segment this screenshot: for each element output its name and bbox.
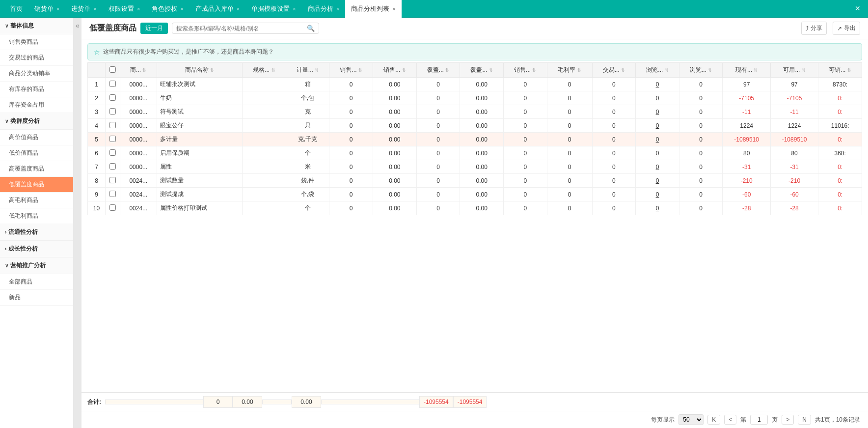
- th-saleable[interactable]: 可销... ⇅: [818, 63, 862, 78]
- cell-browse1[interactable]: 0: [636, 105, 679, 119]
- cell-check[interactable]: [106, 146, 120, 160]
- close-icon[interactable]: ×: [180, 6, 183, 12]
- row-checkbox[interactable]: [109, 136, 116, 142]
- tab-sales-order[interactable]: 销货单 ×: [28, 0, 65, 18]
- close-icon[interactable]: ×: [137, 6, 140, 12]
- cell-browse1[interactable]: 0: [636, 160, 679, 174]
- sidebar-item-high-coverage[interactable]: 高覆盖度商品: [0, 161, 73, 177]
- th-browse2[interactable]: 浏览... ⇅: [679, 63, 723, 78]
- sidebar-item-all-goods[interactable]: 全部商品: [0, 274, 73, 290]
- sidebar-item-high-margin[interactable]: 高毛利商品: [0, 193, 73, 208]
- search-input[interactable]: [176, 25, 307, 32]
- cell-check[interactable]: [106, 188, 120, 201]
- share-button[interactable]: ⤴ 分享: [801, 22, 827, 35]
- cell-check[interactable]: [106, 78, 120, 91]
- th-spec[interactable]: 规格... ⇅: [243, 63, 286, 78]
- cell-code: 0024...: [120, 174, 157, 188]
- th-browse1[interactable]: 浏览... ⇅: [636, 63, 679, 78]
- th-checkbox[interactable]: [106, 63, 120, 78]
- select-all-checkbox[interactable]: [109, 66, 116, 73]
- close-all-tabs-button[interactable]: ×: [851, 3, 864, 14]
- sidebar-item-category-sales-rate[interactable]: 商品分类动销率: [0, 66, 73, 82]
- sidebar-section-marketing[interactable]: ∨ 营销推广分析: [0, 257, 73, 274]
- cell-check[interactable]: [106, 105, 120, 119]
- close-icon[interactable]: ×: [237, 6, 240, 12]
- cell-browse1[interactable]: 0: [636, 146, 679, 160]
- next-page-button[interactable]: >: [782, 415, 794, 425]
- first-page-button[interactable]: K: [707, 415, 720, 425]
- tab-product-analysis-list[interactable]: 商品分析列表 ×: [345, 0, 401, 18]
- th-sku-code[interactable]: 商... ⇅: [120, 63, 157, 78]
- cell-browse1[interactable]: 0: [636, 119, 679, 133]
- row-checkbox[interactable]: [109, 94, 116, 101]
- sidebar-item-inventory-funds[interactable]: 库存资金占用: [0, 97, 73, 113]
- cell-check[interactable]: [106, 91, 120, 105]
- cell-browse1[interactable]: 0: [636, 133, 679, 146]
- sidebar-section-growth[interactable]: › 成长性分析: [0, 241, 73, 257]
- close-icon[interactable]: ×: [56, 6, 59, 12]
- close-icon[interactable]: ×: [392, 6, 395, 12]
- row-checkbox[interactable]: [109, 122, 116, 128]
- row-checkbox[interactable]: [109, 204, 116, 211]
- cell-check[interactable]: [106, 201, 120, 215]
- th-transaction[interactable]: 交易... ⇅: [592, 63, 636, 78]
- sidebar-item-sales-goods[interactable]: 销售类商品: [0, 34, 73, 50]
- sidebar-item-new-goods[interactable]: 新品: [0, 290, 73, 306]
- tab-product-warehouse[interactable]: 产成品入库单 ×: [190, 0, 245, 18]
- tab-purchase-order[interactable]: 进货单 ×: [65, 0, 102, 18]
- th-sales-amt[interactable]: 销售... ⇅: [373, 63, 417, 78]
- th-sales3[interactable]: 销售... ⇅: [503, 63, 547, 78]
- th-cover2[interactable]: 覆盖... ⇅: [460, 63, 504, 78]
- close-icon[interactable]: ×: [293, 6, 296, 12]
- th-current-stock[interactable]: 现有... ⇅: [723, 63, 770, 78]
- cell-check[interactable]: [106, 174, 120, 188]
- last-page-button[interactable]: N: [798, 415, 811, 425]
- sidebar-item-low-value[interactable]: 低价值商品: [0, 145, 73, 161]
- close-icon[interactable]: ×: [336, 6, 339, 12]
- sidebar-item-low-margin[interactable]: 低毛利商品: [0, 208, 73, 224]
- per-page-select[interactable]: 2050100200: [678, 414, 704, 425]
- cell-check[interactable]: [106, 119, 120, 133]
- th-available-stock[interactable]: 可用... ⇅: [770, 63, 818, 78]
- close-icon[interactable]: ×: [93, 6, 96, 12]
- th-gross-margin[interactable]: 毛利率 ⇅: [547, 63, 592, 78]
- tab-role-auth[interactable]: 角色授权 ×: [146, 0, 189, 18]
- sidebar-item-low-coverage[interactable]: 低覆盖度商品: [0, 177, 73, 193]
- row-checkbox[interactable]: [109, 191, 116, 197]
- cell-browse1[interactable]: 0: [636, 174, 679, 188]
- cell-code: 0000...: [120, 91, 157, 105]
- row-checkbox[interactable]: [109, 108, 116, 114]
- cell-browse1[interactable]: 0: [636, 201, 679, 215]
- row-checkbox[interactable]: [109, 81, 116, 87]
- period-button[interactable]: 近一月: [140, 23, 168, 34]
- tab-home[interactable]: 首页: [4, 0, 28, 18]
- tab-product-analysis[interactable]: 商品分析 ×: [302, 0, 345, 18]
- cell-code: 0000...: [120, 119, 157, 133]
- row-checkbox[interactable]: [109, 163, 116, 170]
- cell-browse1[interactable]: 0: [636, 188, 679, 201]
- row-checkbox[interactable]: [109, 177, 116, 183]
- tab-template-settings[interactable]: 单据模板设置 ×: [245, 0, 301, 18]
- sidebar-section-cluster[interactable]: ∨ 类群度分析: [0, 113, 73, 130]
- export-button[interactable]: ↗ 导出: [833, 22, 860, 35]
- share-icon: ⤴: [806, 25, 809, 32]
- th-name[interactable]: 商品名称 ⇅: [157, 63, 243, 78]
- page-input[interactable]: [750, 415, 768, 425]
- sidebar-collapse-button[interactable]: «: [74, 18, 81, 428]
- tab-permission-settings[interactable]: 权限设置 ×: [103, 0, 146, 18]
- cell-browse1[interactable]: 0: [636, 78, 679, 91]
- cell-check[interactable]: [106, 160, 120, 174]
- row-checkbox[interactable]: [109, 149, 116, 156]
- th-unit[interactable]: 计量... ⇅: [286, 63, 329, 78]
- sidebar-item-high-value[interactable]: 高价值商品: [0, 130, 73, 145]
- table-container[interactable]: 商... ⇅ 商品名称 ⇅ 规格... ⇅ 计量...: [81, 62, 868, 392]
- th-cover1[interactable]: 覆盖... ⇅: [416, 63, 460, 78]
- sidebar-section-liquidity[interactable]: › 流通性分析: [0, 224, 73, 241]
- th-sales-qty[interactable]: 销售... ⇅: [329, 63, 373, 78]
- cell-browse1[interactable]: 0: [636, 91, 679, 105]
- sidebar-item-stocked-goods[interactable]: 有库存的商品: [0, 82, 73, 97]
- sidebar-item-traded-goods[interactable]: 交易过的商品: [0, 50, 73, 66]
- sidebar-section-overall[interactable]: ∨ 整体信息: [0, 18, 73, 34]
- prev-page-button[interactable]: <: [724, 415, 736, 425]
- cell-check[interactable]: [106, 133, 120, 146]
